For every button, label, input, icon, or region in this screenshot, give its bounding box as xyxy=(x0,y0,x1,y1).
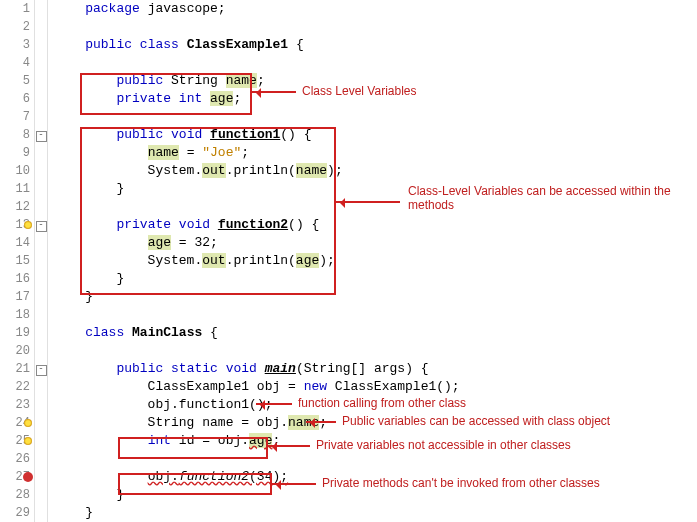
code-line[interactable]: age = 32; xyxy=(54,234,697,252)
error-icon[interactable] xyxy=(23,472,33,482)
gutter-cell xyxy=(35,198,47,216)
line-number: 1 xyxy=(0,0,30,18)
gutter-cell xyxy=(35,378,47,396)
code-line[interactable] xyxy=(54,306,697,324)
gutter-cell xyxy=(35,162,47,180)
gutter-cell xyxy=(35,468,47,486)
gutter-cell xyxy=(35,18,47,36)
gutter-cell: - xyxy=(35,216,47,234)
gutter-cell xyxy=(35,396,47,414)
gutter-cell xyxy=(35,432,47,450)
code-line[interactable]: String name = obj.name; xyxy=(54,414,697,432)
code-line[interactable]: class MainClass { xyxy=(54,324,697,342)
lightbulb-icon[interactable] xyxy=(24,437,32,445)
line-number: 29 xyxy=(0,504,30,522)
fold-icon[interactable]: - xyxy=(36,131,47,142)
gutter-cell xyxy=(35,324,47,342)
code-line[interactable]: public String name; xyxy=(54,72,697,90)
lightbulb-icon[interactable] xyxy=(24,221,32,229)
gutter-cell xyxy=(35,180,47,198)
gutter-cell xyxy=(35,342,47,360)
line-number: 21 xyxy=(0,360,30,378)
gutter-cell xyxy=(35,90,47,108)
code-line[interactable]: obj.function1(); xyxy=(54,396,697,414)
code-line[interactable]: } xyxy=(54,486,697,504)
gutter-cell xyxy=(35,36,47,54)
code-line[interactable]: package javascope; xyxy=(54,0,697,18)
code-line[interactable]: private int age; xyxy=(54,90,697,108)
gutter-cell xyxy=(35,234,47,252)
code-line[interactable]: public class ClassExample1 { xyxy=(54,36,697,54)
gutter-cell xyxy=(35,72,47,90)
line-number: 18 xyxy=(0,306,30,324)
code-line[interactable]: private void function2() { xyxy=(54,216,697,234)
gutter-cell xyxy=(35,0,47,18)
gutter-cell xyxy=(35,414,47,432)
code-line[interactable]: ClassExample1 obj = new ClassExample1(); xyxy=(54,378,697,396)
gutter-cell xyxy=(35,450,47,468)
line-number: 10 xyxy=(0,162,30,180)
code-line[interactable]: } xyxy=(54,270,697,288)
line-number: 2 xyxy=(0,18,30,36)
line-number: 28 xyxy=(0,486,30,504)
line-number: 9 xyxy=(0,144,30,162)
code-line[interactable] xyxy=(54,54,697,72)
code-line[interactable]: public static void main(String[] args) { xyxy=(54,360,697,378)
fold-gutter: --- xyxy=(35,0,48,522)
lightbulb-icon[interactable] xyxy=(24,419,32,427)
code-line[interactable]: obj.function2(34); xyxy=(54,468,697,486)
line-number: 23 xyxy=(0,396,30,414)
code-line[interactable]: } xyxy=(54,504,697,522)
code-line[interactable]: } xyxy=(54,180,697,198)
line-number: 6 xyxy=(0,90,30,108)
gutter-cell xyxy=(35,504,47,522)
line-number: 16 xyxy=(0,270,30,288)
code-line[interactable]: } xyxy=(54,288,697,306)
gutter-cell xyxy=(35,270,47,288)
line-number: 11 xyxy=(0,180,30,198)
code-line[interactable] xyxy=(54,342,697,360)
code-line[interactable]: name = "Joe"; xyxy=(54,144,697,162)
line-number: 17 xyxy=(0,288,30,306)
line-number: 12 xyxy=(0,198,30,216)
fold-icon[interactable]: - xyxy=(36,221,47,232)
gutter-cell xyxy=(35,54,47,72)
gutter-cell: - xyxy=(35,126,47,144)
line-number: 15 xyxy=(0,252,30,270)
line-number: 7 xyxy=(0,108,30,126)
line-number: 4 xyxy=(0,54,30,72)
line-number: 22 xyxy=(0,378,30,396)
fold-icon[interactable]: - xyxy=(36,365,47,376)
gutter-cell: - xyxy=(35,360,47,378)
line-number: 8 xyxy=(0,126,30,144)
code-line[interactable] xyxy=(54,108,697,126)
line-number: 3 xyxy=(0,36,30,54)
gutter-cell xyxy=(35,108,47,126)
code-line[interactable] xyxy=(54,450,697,468)
gutter-cell xyxy=(35,144,47,162)
code-editor: 1234567891011121314151617181920212223242… xyxy=(0,0,697,522)
line-number: 26 xyxy=(0,450,30,468)
code-line[interactable] xyxy=(54,18,697,36)
code-line[interactable]: int id = obj.age; xyxy=(54,432,697,450)
gutter-cell xyxy=(35,306,47,324)
code-line[interactable]: System.out.println(age); xyxy=(54,252,697,270)
line-number: 5 xyxy=(0,72,30,90)
line-number: 20 xyxy=(0,342,30,360)
line-number: 14 xyxy=(0,234,30,252)
gutter-cell xyxy=(35,486,47,504)
line-number: 19 xyxy=(0,324,30,342)
code-line[interactable] xyxy=(54,198,697,216)
gutter-cell xyxy=(35,288,47,306)
code-line[interactable]: System.out.println(name); xyxy=(54,162,697,180)
gutter-cell xyxy=(35,252,47,270)
code-line[interactable]: public void function1() { xyxy=(54,126,697,144)
code-area: package javascope; public class ClassExa… xyxy=(48,0,697,522)
